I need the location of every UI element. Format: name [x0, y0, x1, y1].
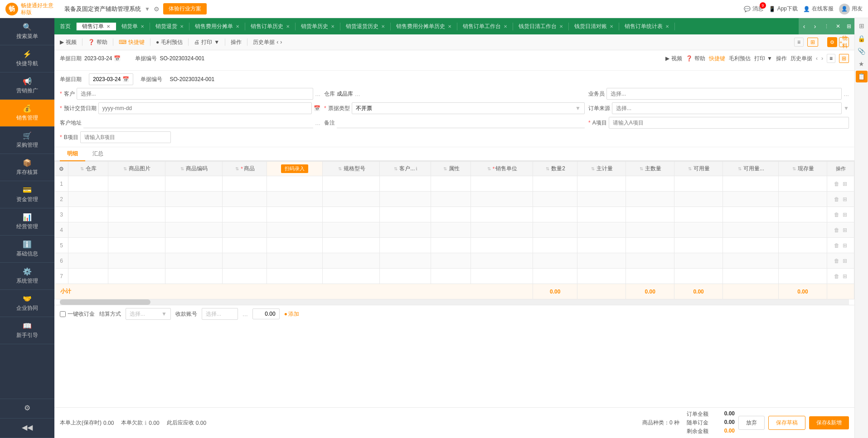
- row-action-3[interactable]: 🗑 ⊞: [827, 207, 854, 222]
- col-spec[interactable]: ⇅规格型号: [323, 162, 380, 176]
- tab-close-11[interactable]: ✕: [610, 24, 613, 29]
- profit-btn2[interactable]: 毛利预估: [729, 55, 751, 63]
- tab-close-3[interactable]: ✕: [180, 24, 184, 29]
- sidebar-item-2[interactable]: 📢营销推广: [0, 72, 54, 100]
- sidebar-item-10[interactable]: 🤝企业协同: [0, 290, 54, 317]
- row-available2-4[interactable]: [723, 222, 779, 238]
- row-spec-7[interactable]: [323, 269, 380, 284]
- save-draft-btn[interactable]: 保存草稿: [768, 416, 805, 430]
- row-product-img-6[interactable]: [108, 253, 165, 269]
- customer-input[interactable]: [77, 88, 314, 100]
- tab-close-6[interactable]: ✕: [331, 24, 335, 29]
- h-prev[interactable]: ‹: [816, 55, 818, 62]
- row-stock-2[interactable]: [778, 192, 827, 207]
- right-panel-icon5[interactable]: 📋: [856, 71, 868, 82]
- grid-view-btn2[interactable]: ⊞: [839, 54, 849, 63]
- settings-panel-btn[interactable]: ⚙: [827, 37, 837, 47]
- row-warehouse-7[interactable]: [68, 269, 108, 284]
- row-main-qty-4[interactable]: [626, 222, 674, 238]
- grid-view-btn[interactable]: ⊞: [807, 38, 818, 47]
- row-main-unit-2[interactable]: [577, 192, 626, 207]
- row-product-4[interactable]: [222, 222, 267, 238]
- row-sales-unit-3[interactable]: [471, 207, 533, 222]
- sidebar-item-11[interactable]: 📖新手引导: [0, 317, 54, 344]
- address-ellipsis[interactable]: ...: [315, 119, 320, 126]
- row-sales-unit-7[interactable]: [471, 269, 533, 284]
- row-attribute-6[interactable]: [431, 253, 471, 269]
- row-customer-code-3[interactable]: [380, 207, 431, 222]
- row-copy-4[interactable]: ⊞: [843, 227, 847, 233]
- industry-btn[interactable]: 体验行业方案: [163, 3, 207, 14]
- row-available-6[interactable]: [674, 253, 723, 269]
- row-attribute-7[interactable]: [431, 269, 471, 284]
- row-action-6[interactable]: 🗑 ⊞: [827, 253, 854, 269]
- row-product-img-2[interactable]: [108, 192, 165, 207]
- col-product-code[interactable]: ⇅商品编码: [165, 162, 222, 176]
- row-qty2-7[interactable]: [533, 269, 577, 284]
- row-main-unit-7[interactable]: [577, 269, 626, 284]
- list-view-btn[interactable]: ≡: [794, 38, 804, 47]
- row-copy-1[interactable]: ⊞: [843, 181, 847, 187]
- h-next[interactable]: ›: [821, 55, 823, 62]
- row-product-img-1[interactable]: [108, 176, 165, 192]
- row-action-4[interactable]: 🗑 ⊞: [827, 222, 854, 238]
- row-action-5[interactable]: 🗑 ⊞: [827, 238, 854, 253]
- col-customer-code[interactable]: ⇅客户...ℹ: [380, 162, 431, 176]
- row-product-img-7[interactable]: [108, 269, 165, 284]
- row-main-qty-6[interactable]: [626, 253, 674, 269]
- row-customer-code-2[interactable]: [380, 192, 431, 207]
- row-warehouse-6[interactable]: [68, 253, 108, 269]
- save-new-btn[interactable]: 保存&新增: [809, 416, 849, 429]
- sidebar-item-9[interactable]: ⚙️系统管理: [0, 263, 54, 290]
- tab-9[interactable]: 销售订单工作台✕: [457, 23, 513, 30]
- tab-prev-btn[interactable]: ‹: [799, 18, 810, 34]
- row-available2-5[interactable]: [723, 238, 779, 253]
- tab-close-2[interactable]: ✕: [141, 24, 144, 29]
- row-scan-5[interactable]: [267, 238, 323, 253]
- row-product-code-6[interactable]: [165, 253, 222, 269]
- right-panel-icon4[interactable]: ★: [856, 58, 868, 70]
- col-available[interactable]: ⇅可用量: [674, 162, 723, 176]
- row-available-7[interactable]: [674, 269, 723, 284]
- row-customer-code-1[interactable]: [380, 176, 431, 192]
- operation-btn[interactable]: 操作: [231, 39, 242, 46]
- row-product-5[interactable]: [222, 238, 267, 253]
- row-product-1[interactable]: [222, 176, 267, 192]
- history-prev[interactable]: ‹: [276, 39, 278, 45]
- row-sales-unit-6[interactable]: [471, 253, 533, 269]
- row-spec-5[interactable]: [323, 238, 380, 253]
- col-product[interactable]: ⇅*商品: [222, 162, 267, 176]
- tab-next-btn[interactable]: ›: [810, 18, 820, 34]
- row-spec-4[interactable]: [323, 222, 380, 238]
- a-project-input[interactable]: [609, 117, 849, 129]
- row-available-2[interactable]: [674, 192, 723, 207]
- row-available-4[interactable]: [674, 222, 723, 238]
- one-click-check-input[interactable]: [60, 311, 66, 317]
- row-warehouse-5[interactable]: [68, 238, 108, 253]
- scroll-thumb[interactable]: [60, 299, 150, 305]
- row-scan-2[interactable]: [267, 192, 323, 207]
- staff-ellipsis[interactable]: ...: [844, 90, 849, 97]
- row-product-2[interactable]: [222, 192, 267, 207]
- account-ellipsis[interactable]: ...: [242, 310, 248, 318]
- add-material-btn[interactable]: +物料: [839, 37, 849, 47]
- row-qty2-1[interactable]: [533, 176, 577, 192]
- sidebar-bottom-settings[interactable]: ⚙: [0, 399, 54, 419]
- delivery-input[interactable]: [98, 102, 312, 114]
- row-stock-5[interactable]: [778, 238, 827, 253]
- row-scan-1[interactable]: [267, 176, 323, 192]
- payment-method-select[interactable]: 选择... ▼: [126, 308, 171, 320]
- tab-more-btn[interactable]: ⋮: [820, 18, 833, 34]
- row-stock-7[interactable]: [778, 269, 827, 284]
- tab-7[interactable]: 销货退货历史✕: [340, 23, 391, 30]
- row-sales-unit-1[interactable]: [471, 176, 533, 192]
- warehouse-ellipsis[interactable]: ...: [355, 90, 360, 97]
- single-date-value[interactable]: 2023-03-24 📅: [84, 55, 121, 62]
- row-warehouse-3[interactable]: [68, 207, 108, 222]
- settings-icon[interactable]: ⚙: [154, 5, 160, 13]
- row-customer-code-5[interactable]: [380, 238, 431, 253]
- row-delete-3[interactable]: 🗑: [834, 212, 839, 218]
- horizontal-scrollbar[interactable]: [60, 299, 849, 305]
- row-customer-code-4[interactable]: [380, 222, 431, 238]
- tab-2[interactable]: 销货单✕: [116, 23, 150, 30]
